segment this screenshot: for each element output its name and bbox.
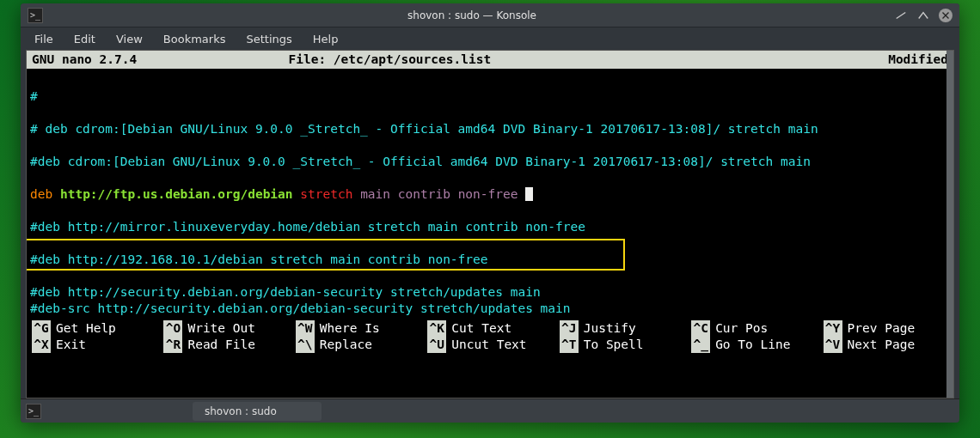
editor-line: #deb http://security.debian.org/debian-s… [30, 285, 541, 299]
close-button[interactable] [939, 9, 952, 22]
editor-content[interactable]: # # deb cdrom:[Debian GNU/Linux 9.0.0 _S… [27, 69, 953, 319]
terminal-scrollbar[interactable] [946, 51, 953, 398]
terminal[interactable]: GNU nano 2.7.4 File: /etc/apt/sources.li… [26, 50, 954, 398]
nano-shortcut-bar: ^GGet Help ^OWrite Out ^WWhere Is ^KCut … [27, 319, 953, 358]
shortcut[interactable]: ^VNext Page [824, 337, 948, 353]
token-suite: stretch [300, 187, 352, 201]
menu-bookmarks[interactable]: Bookmarks [155, 30, 235, 48]
konsole-tabbar: >_ shovon : sudo [21, 398, 959, 423]
nano-version: GNU nano 2.7.4 [32, 52, 288, 68]
maximize-button[interactable] [916, 9, 930, 22]
editor-line: # [30, 89, 38, 103]
editor-line: #deb-src http://security.debian.org/debi… [30, 301, 571, 315]
menu-view[interactable]: View [107, 30, 151, 48]
shortcut[interactable]: ^_Go To Line [691, 337, 816, 353]
menubar: File Edit View Bookmarks Settings Help [21, 27, 959, 50]
nano-header: GNU nano 2.7.4 File: /etc/apt/sources.li… [27, 51, 953, 69]
token-components: main contrib non-free [360, 187, 518, 201]
shortcut[interactable]: ^TTo Spell [560, 337, 684, 353]
menu-file[interactable]: File [26, 30, 62, 48]
shortcut[interactable]: ^\Replace [296, 337, 420, 353]
konsole-window: >_ shovon : sudo — Konsole File Edit Vie… [21, 3, 959, 423]
token-deb: deb [30, 187, 52, 201]
nano-modified: Modified [838, 52, 948, 68]
shortcut[interactable]: ^KCut Text [427, 320, 552, 337]
shortcut[interactable]: ^XExit [32, 337, 156, 353]
editor-line: #deb cdrom:[Debian GNU/Linux 9.0.0 _Stre… [30, 155, 811, 168]
app-icon: >_ [28, 8, 43, 23]
token-url: http://ftp.us.debian.org/debian [60, 187, 293, 201]
shortcut[interactable]: ^JJustify [560, 320, 684, 337]
editor-line: #deb http://192.168.10.1/debian stretch … [30, 252, 488, 266]
shortcut[interactable]: ^YPrev Page [824, 320, 948, 337]
menu-help[interactable]: Help [304, 30, 347, 48]
shortcut[interactable]: ^UUncut Text [427, 337, 552, 353]
minimize-button[interactable] [894, 9, 908, 22]
shortcut[interactable]: ^CCur Pos [691, 320, 816, 337]
shortcut[interactable]: ^GGet Help [32, 320, 156, 337]
text-cursor [525, 187, 533, 201]
window-title: shovon : sudo — Konsole [50, 9, 894, 21]
menu-edit[interactable]: Edit [65, 30, 104, 48]
terminal-tab[interactable]: shovon : sudo [193, 402, 322, 421]
titlebar[interactable]: >_ shovon : sudo — Konsole [21, 3, 959, 27]
editor-line: # deb cdrom:[Debian GNU/Linux 9.0.0 _Str… [30, 122, 818, 136]
new-tab-icon[interactable]: >_ [26, 404, 41, 419]
shortcut[interactable]: ^OWrite Out [163, 320, 288, 337]
editor-line: #deb http://mirror.linuxeveryday.home/de… [30, 220, 585, 234]
nano-filename: File: /etc/apt/sources.list [288, 52, 838, 68]
shortcut[interactable]: ^WWhere Is [296, 320, 420, 337]
shortcut[interactable]: ^RRead File [163, 337, 288, 353]
menu-settings[interactable]: Settings [237, 30, 300, 48]
